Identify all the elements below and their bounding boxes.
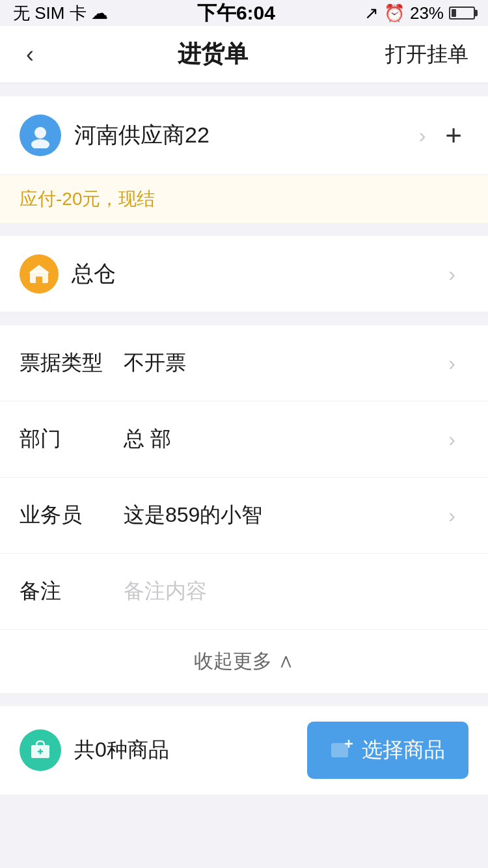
salesperson-chevron-icon: › [448,504,455,528]
department-row[interactable]: 部门 总 部 › [0,401,488,478]
status-right: ↗ ⏰ 23% [364,3,475,23]
svg-point-0 [34,127,46,139]
open-pending-button[interactable]: 打开挂单 [385,40,468,69]
back-button[interactable]: ‹ [20,34,40,75]
product-icon [20,729,61,771]
select-product-button[interactable]: 选择商品 [307,722,468,779]
remark-row[interactable]: 备注 备注内容 [0,554,488,630]
status-left: 无 SIM 卡 ☁ [13,2,108,25]
product-bar: 共0种商品 选择商品 [0,706,488,794]
department-value: 总 部 [124,425,448,454]
warehouse-icon [20,254,59,293]
supplier-row[interactable]: 河南供应商22 › + [0,96,488,175]
warehouse-row[interactable]: 总仓 › [0,236,488,312]
notice-bar: 应付-20元，现结 [0,175,488,223]
supplier-name: 河南供应商22 [74,120,419,150]
salesperson-row[interactable]: 业务员 这是859的小智 › [0,478,488,554]
status-time: 下午6:04 [197,0,275,27]
supplier-chevron-icon: › [419,124,426,148]
svg-point-1 [31,139,49,148]
ticket-type-row[interactable]: 票据类型 不开票 › [0,325,488,401]
select-product-icon [331,739,354,762]
no-sim-text: 无 SIM 卡 ☁ [13,2,108,25]
nav-bar: ‹ 进货单 打开挂单 [0,26,488,83]
ticket-type-label: 票据类型 [20,349,111,377]
collapse-label: 收起更多 ∧ [194,648,293,675]
location-icon: ↗ [364,3,379,23]
svg-rect-4 [36,277,42,283]
alarm-icon: ⏰ [384,3,405,23]
salesperson-label: 业务员 [20,501,111,530]
form-section: 票据类型 不开票 › 部门 总 部 › 业务员 这是859的小智 › 备注 备注… [0,325,488,630]
department-chevron-icon: › [448,427,455,452]
remark-input[interactable]: 备注内容 [124,577,468,606]
page-title: 进货单 [178,38,248,70]
add-supplier-button[interactable]: + [439,119,468,152]
product-count: 共0种商品 [74,736,307,765]
notice-text: 应付-20元，现结 [20,189,155,209]
supplier-section: 河南供应商22 › + 应付-20元，现结 [0,96,488,223]
warehouse-chevron-icon: › [448,262,455,286]
battery-percent: 23% [410,3,444,23]
svg-rect-8 [332,744,347,757]
warehouse-name: 总仓 [72,259,448,289]
salesperson-value: 这是859的小智 [124,501,448,530]
select-product-label: 选择商品 [362,736,445,765]
svg-marker-3 [29,265,49,273]
ticket-type-value: 不开票 [124,349,448,377]
supplier-avatar [20,115,61,156]
department-label: 部门 [20,425,111,454]
remark-label: 备注 [20,577,111,606]
section-gap-1 [0,83,488,96]
ticket-chevron-icon: › [448,351,455,375]
collapse-row[interactable]: 收起更多 ∧ [0,630,488,693]
battery-icon [449,7,475,20]
page-background [0,794,488,868]
status-bar: 无 SIM 卡 ☁ 下午6:04 ↗ ⏰ 23% [0,0,488,26]
